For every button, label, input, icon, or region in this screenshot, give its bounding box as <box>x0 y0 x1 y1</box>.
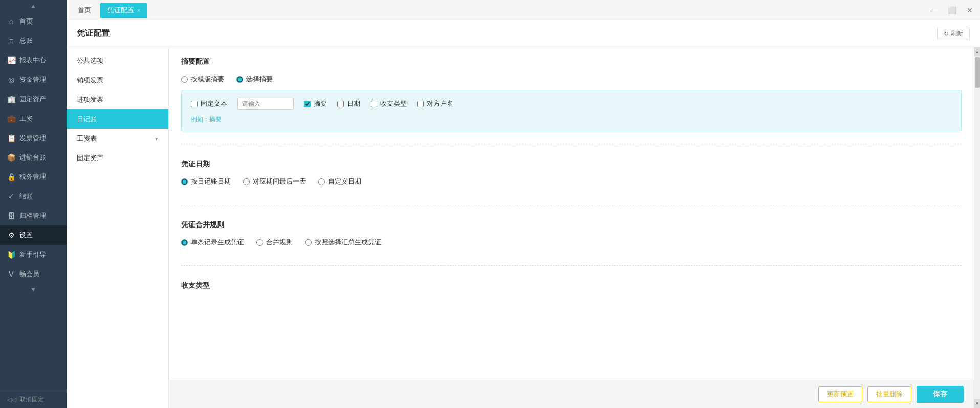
checkbox-income-type-input[interactable] <box>371 101 377 107</box>
section-income-type-title: 收支类型 <box>181 281 962 290</box>
sidebar-item-member-label: 畅会员 <box>19 269 39 279</box>
radio-single-record-input[interactable] <box>181 239 188 246</box>
checkbox-income-type-label: 收支类型 <box>380 99 407 108</box>
tab-voucher-config[interactable]: 凭证配置 × <box>100 3 147 18</box>
refresh-button[interactable]: ↻ 刷新 <box>937 27 970 40</box>
minimize-button[interactable]: — <box>927 5 941 15</box>
settings-icon: ⚙ <box>7 231 15 239</box>
sidebar-item-home[interactable]: ⌂ 首页 <box>0 12 67 31</box>
sidebar-scroll-up[interactable]: ▲ <box>0 0 67 12</box>
archive-icon: 🗄 <box>7 212 15 220</box>
checkbox-date-input[interactable] <box>337 101 344 107</box>
radio-select-merge-label: 按照选择汇总生成凭证 <box>315 238 381 247</box>
sidebar-item-reports-label: 报表中心 <box>19 56 46 65</box>
radio-by-journal-date[interactable]: 按日记账日期 <box>181 177 231 186</box>
sidebar-item-payroll[interactable]: 💼 工资 <box>0 109 67 128</box>
checkbox-counterparty[interactable]: 对方户名 <box>417 99 453 108</box>
radio-last-day-input[interactable] <box>243 178 250 185</box>
checkbox-income-type[interactable]: 收支类型 <box>371 99 407 108</box>
checkbox-fixed-text[interactable]: 固定文本 <box>191 99 227 108</box>
refresh-label: 刷新 <box>951 29 963 38</box>
sidebar-item-reports[interactable]: 📈 报表中心 <box>0 51 67 70</box>
purchase-sales-icon: 📦 <box>7 153 15 162</box>
radio-select-input[interactable] <box>236 76 243 83</box>
left-nav-payroll-table[interactable]: 工资表 ▾ <box>67 129 168 148</box>
sidebar-scroll-down[interactable]: ▼ <box>0 284 67 296</box>
scrollbar-thumb[interactable] <box>975 57 980 88</box>
left-nav: 公共选项 销项发票 进项发票 日记账 工资表 ▾ 固定资产 <box>67 47 169 408</box>
checkbox-fixed-text-input[interactable] <box>191 101 198 107</box>
checkbox-counterparty-input[interactable] <box>417 101 424 107</box>
radio-merge-rules[interactable]: 合并规则 <box>256 238 293 247</box>
update-preview-button[interactable]: 更新预置 <box>818 386 862 402</box>
radio-custom-date-input[interactable] <box>318 178 325 185</box>
radio-custom-date-label: 自定义日期 <box>328 177 361 186</box>
checkbox-summary[interactable]: 摘要 <box>304 99 327 108</box>
summary-radio-group: 按模版摘要 选择摘要 <box>181 75 962 84</box>
sidebar-item-ledger[interactable]: ≡ 总账 <box>0 31 67 51</box>
sidebar-item-funds-label: 资金管理 <box>19 75 46 84</box>
sidebar-item-guide[interactable]: 🔰 新手引导 <box>0 245 67 264</box>
sidebar-item-fixed-assets-label: 固定资产 <box>19 95 46 104</box>
sidebar-item-guide-label: 新手引导 <box>19 250 46 259</box>
sidebar-item-tax-label: 税务管理 <box>19 172 46 182</box>
chevron-down-icon: ▾ <box>155 135 158 142</box>
home-icon: ⌂ <box>7 17 15 26</box>
sidebar-item-invoice-mgmt[interactable]: 📋 发票管理 <box>0 128 67 148</box>
sidebar-item-close[interactable]: ✓ 结账 <box>0 187 67 206</box>
sidebar-item-settings[interactable]: ⚙ 设置 <box>0 225 67 245</box>
radio-last-day[interactable]: 对应期间最后一天 <box>243 177 306 186</box>
left-nav-payroll-table-label: 工资表 <box>77 134 97 143</box>
sidebar-item-tax[interactable]: 🔒 税务管理 <box>0 167 67 187</box>
radio-custom-date[interactable]: 自定义日期 <box>318 177 361 186</box>
maximize-button[interactable]: ⬜ <box>945 5 960 15</box>
sidebar-item-purchase-sales-label: 进销台账 <box>19 153 46 162</box>
tab-home[interactable]: 首页 <box>71 3 98 18</box>
radio-select-summary[interactable]: 选择摘要 <box>236 75 273 84</box>
radio-select-merge-input[interactable] <box>305 239 312 246</box>
payroll-icon: 💼 <box>7 115 15 123</box>
sidebar-item-funds[interactable]: ◎ 资金管理 <box>0 70 67 89</box>
radio-single-record[interactable]: 单条记录生成凭证 <box>181 238 244 247</box>
left-nav-public[interactable]: 公共选项 <box>67 51 168 71</box>
sidebar-item-ledger-label: 总账 <box>19 36 33 46</box>
checkbox-summary-input[interactable] <box>304 101 311 107</box>
radio-journal-date-label: 按日记账日期 <box>191 177 231 186</box>
left-nav-fixed-assets[interactable]: 固定资产 <box>67 148 168 168</box>
fixed-assets-icon: 🏢 <box>7 95 15 103</box>
section-summary: 摘要配置 按模版摘要 选择摘要 <box>181 57 962 144</box>
radio-merge-rules-input[interactable] <box>256 239 263 246</box>
sidebar-item-home-label: 首页 <box>19 17 33 26</box>
page-header: 凭证配置 ↻ 刷新 <box>67 20 980 47</box>
checkbox-summary-label: 摘要 <box>314 99 327 108</box>
sidebar-unpin-button[interactable]: ◁◁ 取消固定 <box>0 391 67 408</box>
left-nav-public-label: 公共选项 <box>77 56 103 65</box>
radio-template-summary[interactable]: 按模版摘要 <box>181 75 224 84</box>
sidebar-item-payroll-label: 工资 <box>19 114 33 123</box>
tab-home-label: 首页 <box>78 6 91 15</box>
left-nav-sales-invoice-label: 销项发票 <box>77 76 103 85</box>
left-nav-journal[interactable]: 日记账 <box>67 109 168 129</box>
radio-journal-date-input[interactable] <box>181 178 188 185</box>
sidebar: ▲ ⌂ 首页 ≡ 总账 📈 报表中心 ◎ 资金管理 🏢 固定资产 💼 工资 📋 … <box>0 0 67 408</box>
sidebar-item-member[interactable]: V 畅会员 <box>0 264 67 284</box>
fixed-text-input[interactable] <box>237 98 294 110</box>
sidebar-item-archive[interactable]: 🗄 归档管理 <box>0 206 67 225</box>
scrollbar-up-arrow[interactable]: ▲ <box>974 47 981 56</box>
sidebar-item-fixed-assets[interactable]: 🏢 固定资产 <box>0 89 67 109</box>
content-layout: 公共选项 销项发票 进项发票 日记账 工资表 ▾ 固定资产 <box>67 47 980 408</box>
sidebar-item-purchase-sales[interactable]: 📦 进销台账 <box>0 148 67 167</box>
left-nav-purchase-invoice[interactable]: 进项发票 <box>67 90 168 109</box>
window-close-button[interactable]: ✕ <box>964 5 976 15</box>
section-merge-title: 凭证合并规则 <box>181 220 962 230</box>
radio-select-merge[interactable]: 按照选择汇总生成凭证 <box>305 238 381 247</box>
save-button[interactable]: 保存 <box>917 386 964 403</box>
checkbox-date[interactable]: 日期 <box>337 99 360 108</box>
member-icon: V <box>7 270 15 278</box>
radio-template-input[interactable] <box>181 76 188 83</box>
batch-delete-button[interactable]: 批量删除 <box>867 386 911 402</box>
scrollbar-down-arrow[interactable]: ▼ <box>974 399 981 408</box>
unpin-label: 取消固定 <box>19 395 44 404</box>
tab-close-icon[interactable]: × <box>137 7 140 13</box>
left-nav-sales-invoice[interactable]: 销项发票 <box>67 71 168 90</box>
